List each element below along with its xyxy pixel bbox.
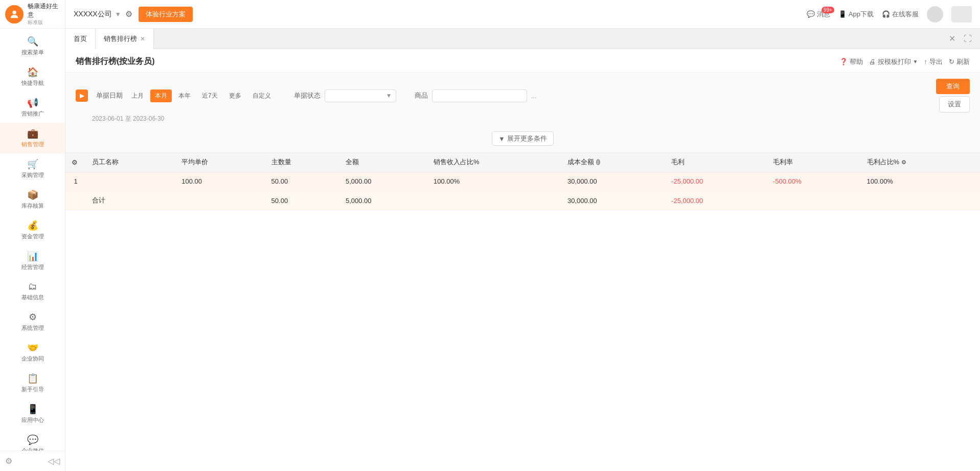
tab-sales-ranking[interactable]: 销售排行榜 ✕ bbox=[96, 29, 154, 49]
sidebar-item-marketing[interactable]: 📢 营销推广 bbox=[0, 92, 65, 123]
collapse-icon[interactable]: ◁◁ bbox=[48, 456, 60, 466]
date-tab-last-month[interactable]: 上月 bbox=[127, 89, 148, 102]
filter-collapse-icon: ▶ bbox=[80, 92, 84, 99]
company-settings-icon[interactable]: ⚙ bbox=[125, 9, 132, 19]
footer-sales-pct bbox=[427, 191, 561, 211]
filter-collapse-button[interactable]: ▶ bbox=[76, 89, 88, 102]
th-profit-rate: 毛利率 bbox=[767, 152, 861, 172]
user-name-area[interactable] bbox=[951, 6, 972, 23]
footer-label: 合计 bbox=[86, 191, 175, 211]
app-name: 畅康通好生意 bbox=[28, 2, 60, 19]
query-button[interactable]: 查询 bbox=[936, 79, 970, 94]
setting-button[interactable]: 设置 bbox=[939, 96, 970, 113]
status-filter: 单据状态 ▼ bbox=[294, 89, 396, 102]
footer-profit-rate bbox=[767, 191, 861, 211]
date-tab-this-year[interactable]: 本年 bbox=[174, 89, 195, 102]
cart-icon: 🛒 bbox=[27, 159, 38, 170]
footer-cost: 30,000.00 bbox=[561, 191, 665, 211]
print-button[interactable]: 🖨 按模板打印 ▼ bbox=[869, 57, 918, 66]
sidebar-item-label: 经营管理 bbox=[21, 263, 44, 271]
home-tab-label: 首页 bbox=[74, 34, 87, 43]
more-filters-icon[interactable]: ... bbox=[531, 92, 537, 100]
sidebar-item-operations[interactable]: 📊 经营管理 bbox=[0, 245, 65, 276]
goods-filter-label: 商品 bbox=[415, 91, 428, 100]
help-icon: ❓ bbox=[839, 58, 848, 65]
cell-avg-price: 100.00 bbox=[175, 172, 265, 191]
home-icon: 🏠 bbox=[27, 66, 38, 78]
footer-avg-price bbox=[175, 191, 265, 211]
cell-qty: 50.00 bbox=[265, 172, 339, 191]
tab-close-icon[interactable]: ✕ bbox=[140, 35, 145, 42]
export-icon: ↑ bbox=[924, 58, 928, 65]
data-table: ⚙ 员工名称 平均单价 主数量 全额 销售收入占比% 成本全额 i 毛利 毛利率… bbox=[65, 152, 980, 211]
printer-icon: 🖨 bbox=[869, 58, 876, 65]
sidebar-item-system[interactable]: ⚙ 系统管理 bbox=[0, 306, 65, 337]
refresh-icon: ↻ bbox=[949, 58, 954, 65]
date-tab-more[interactable]: 更多 bbox=[224, 89, 246, 102]
sidebar-item-apps[interactable]: 📱 应用中心 bbox=[0, 398, 65, 429]
sidebar-item-sales[interactable]: 💼 销售管理 bbox=[0, 123, 65, 153]
date-filter: 单据日期 上月 本月 本年 近7天 更多 自定义 bbox=[96, 89, 276, 102]
folder-icon: 🗂 bbox=[28, 281, 37, 292]
table-row: 1 100.00 50.00 5,000.00 100.00% 30,000.0… bbox=[65, 172, 980, 191]
sidebar-item-basics[interactable]: 🗂 基础信息 bbox=[0, 276, 65, 306]
main-content: 销售排行榜(按业务员) ❓ 帮助 🖨 按模板打印 ▼ ↑ 导出 ↻ 刷新 bbox=[65, 49, 980, 471]
refresh-button[interactable]: ↻ 刷新 bbox=[949, 57, 970, 66]
goods-input[interactable] bbox=[432, 89, 527, 102]
online-service-button[interactable]: 🎧 在线客服 bbox=[882, 10, 919, 19]
th-settings[interactable]: ⚙ bbox=[65, 152, 86, 172]
company-selector[interactable]: XXXXX公司 ▼ bbox=[74, 10, 121, 19]
sidebar-item-label: 快捷导航 bbox=[21, 79, 44, 87]
sidebar-item-search[interactable]: 🔍 搜索菜单 bbox=[0, 31, 65, 61]
nav-menu: 🔍 搜索菜单 🏠 快捷导航 📢 营销推广 💼 销售管理 🛒 采购管理 📦 库存核… bbox=[0, 29, 65, 451]
sidebar-item-inventory[interactable]: 📦 库存核算 bbox=[0, 184, 65, 215]
settings-footer-icon[interactable]: ⚙ bbox=[5, 456, 12, 466]
close-all-tabs-icon[interactable]: ✕ bbox=[947, 32, 958, 46]
tabbar-actions: ✕ ⛶ bbox=[947, 32, 980, 46]
sidebar-item-label: 资金管理 bbox=[21, 233, 44, 240]
sidebar-item-collab[interactable]: 🤝 企业协同 bbox=[0, 337, 65, 368]
cost-info-icon: i bbox=[596, 159, 600, 165]
sidebar-item-quicknav[interactable]: 🏠 快捷导航 bbox=[0, 61, 65, 92]
th-profit: 毛利 bbox=[665, 152, 767, 172]
sidebar-item-wechat[interactable]: 💬 企业微信 bbox=[0, 429, 65, 451]
logo-area: 畅康通好生意 标准版 bbox=[0, 0, 65, 29]
date-range-text: 2023-06-01 至 2023-06-30 bbox=[92, 115, 164, 122]
sidebar: 畅康通好生意 标准版 🔍 搜索菜单 🏠 快捷导航 📢 营销推广 💼 销售管理 🛒… bbox=[0, 0, 65, 471]
expand-label: 展开更多条件 bbox=[507, 134, 547, 143]
tab-home[interactable]: 首页 bbox=[65, 29, 96, 49]
cell-profit: -25,000.00 bbox=[665, 172, 767, 191]
topbar: XXXXX公司 ▼ ⚙ 体验行业方案 💬 消息 99+ 📱 App下载 🎧 在线… bbox=[65, 0, 980, 29]
sales-tab-label: 销售排行榜 bbox=[104, 34, 137, 43]
sidebar-item-label: 企业微信 bbox=[21, 447, 44, 451]
table-footer-row: 合计 50.00 5,000.00 30,000.00 -25,000.00 bbox=[65, 191, 980, 211]
filter-row: ▶ 单据日期 上月 本月 本年 近7天 更多 自定义 单据状态 bbox=[76, 79, 970, 113]
message-button[interactable]: 💬 消息 99+ bbox=[807, 10, 830, 19]
footer-empty bbox=[65, 191, 86, 211]
table-container: ⚙ 员工名称 平均单价 主数量 全额 销售收入占比% 成本全额 i 毛利 毛利率… bbox=[65, 152, 980, 211]
expand-conditions-button[interactable]: ▼ 展开更多条件 bbox=[492, 131, 554, 146]
date-tab-7days[interactable]: 近7天 bbox=[197, 89, 222, 102]
status-select[interactable] bbox=[325, 89, 396, 102]
trial-button[interactable]: 体验行业方案 bbox=[139, 7, 193, 22]
headset-icon: 🎧 bbox=[882, 10, 890, 18]
expand-tabs-icon[interactable]: ⛶ bbox=[962, 32, 974, 46]
help-button[interactable]: ❓ 帮助 bbox=[839, 57, 863, 66]
sidebar-item-label: 企业协同 bbox=[21, 355, 44, 363]
sidebar-item-finance[interactable]: 💰 资金管理 bbox=[0, 215, 65, 245]
date-tab-custom[interactable]: 自定义 bbox=[248, 89, 276, 102]
date-tab-this-month[interactable]: 本月 bbox=[150, 89, 172, 102]
topbar-right: 💬 消息 99+ 📱 App下载 🎧 在线客服 bbox=[807, 6, 972, 23]
app-download-button[interactable]: 📱 App下载 bbox=[838, 10, 874, 19]
user-avatar[interactable] bbox=[927, 6, 943, 23]
sidebar-item-guide[interactable]: 📋 新手引导 bbox=[0, 368, 65, 398]
profit-pct-settings-icon[interactable]: ⚙ bbox=[901, 159, 906, 165]
sidebar-item-purchase[interactable]: 🛒 采购管理 bbox=[0, 153, 65, 184]
goods-filter: 商品 ... bbox=[415, 89, 537, 102]
cell-name bbox=[86, 172, 175, 191]
filter-action-area: 查询 设置 bbox=[936, 79, 970, 113]
cell-rank: 1 bbox=[65, 172, 86, 191]
box-icon: 📦 bbox=[27, 189, 38, 200]
export-button[interactable]: ↑ 导出 bbox=[924, 57, 943, 66]
cell-amount: 5,000.00 bbox=[339, 172, 427, 191]
